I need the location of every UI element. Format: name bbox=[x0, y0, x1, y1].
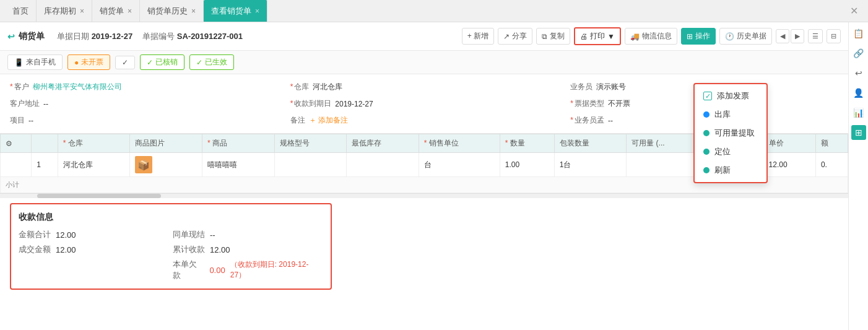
close-history-icon[interactable]: × bbox=[191, 7, 196, 15]
available-qty-item[interactable]: 可用量提取 bbox=[695, 124, 766, 142]
add-invoice-item[interactable]: ✓ 添加发票 bbox=[695, 87, 766, 105]
teal-dot-icon3 bbox=[703, 167, 710, 173]
share-icon: ↗ bbox=[503, 32, 510, 41]
print-icon: 🖨 bbox=[580, 32, 588, 41]
tab-view-sales[interactable]: 查看销货单 × bbox=[204, 0, 267, 22]
sidebar-doc-icon[interactable]: 📋 bbox=[851, 26, 866, 41]
blue-dot-icon bbox=[703, 111, 710, 118]
horizontal-scrollbar[interactable] bbox=[0, 193, 848, 198]
image-col: 商品图片 bbox=[130, 134, 202, 153]
print-button[interactable]: 🖨 打印 ▼ bbox=[574, 27, 621, 45]
sidebar-chart-icon[interactable]: 📊 bbox=[851, 105, 866, 120]
owe-row: 本单欠款 0.00 （收款到期日: 2019-12-27） bbox=[173, 259, 323, 281]
deal-amount-row: 成交金额 12.00 bbox=[19, 244, 169, 255]
tab-bar: 首页 库存期初 × 销货单 × 销货单历史 × 查看销货单 × ✕ bbox=[0, 0, 868, 22]
ticket-icon: ● bbox=[74, 58, 79, 67]
customer-field: *客户 柳州粤港平安气体有限公司 bbox=[10, 82, 278, 92]
total-row: 金额合计 12.00 bbox=[19, 229, 169, 240]
warehouse-field: *仓库 河北仓库 bbox=[290, 82, 558, 92]
project-field: 项目 -- bbox=[10, 115, 278, 126]
list-view-button[interactable]: ⊟ bbox=[827, 29, 841, 43]
sidebar-return-icon[interactable]: ↩ bbox=[851, 66, 866, 80]
spec-col: 规格型号 bbox=[274, 134, 347, 153]
doc-title-icon: ↩ bbox=[7, 32, 15, 41]
add-note-icon: ＋ bbox=[309, 116, 316, 124]
close-sales-icon[interactable]: × bbox=[128, 7, 132, 15]
pack-qty-col: 包装数量 bbox=[554, 134, 627, 153]
add-button[interactable]: + 新增 bbox=[462, 28, 494, 45]
sidebar-grid-icon[interactable]: ⊞ bbox=[851, 125, 866, 140]
checkbox-icon: ✓ bbox=[703, 92, 712, 100]
quantity-col: 数量 bbox=[500, 134, 554, 153]
outbound-item[interactable]: 出库 bbox=[695, 105, 766, 124]
operate-dropdown: ✓ 添加发票 出库 可用量提取 定位 刷新 bbox=[693, 83, 768, 183]
sidebar-user-icon[interactable]: 👤 bbox=[851, 85, 866, 100]
not-open-button[interactable]: ● 未开票 bbox=[67, 54, 110, 70]
index-col bbox=[32, 134, 58, 153]
payment-section: 收款信息 金额合计 12.00 成交金额 12.00 同单现结 -- bbox=[10, 203, 332, 290]
unit-col: 销售单位 bbox=[419, 134, 500, 153]
payment-title: 收款信息 bbox=[19, 212, 323, 223]
tab-inventory-init[interactable]: 库存期初 × bbox=[37, 0, 92, 22]
truck-icon: 🚚 bbox=[630, 32, 640, 41]
tab-sales-history[interactable]: 销货单历史 × bbox=[140, 0, 204, 22]
product-image: 📦 bbox=[135, 156, 152, 173]
next-button[interactable]: ▶ bbox=[791, 29, 804, 43]
same-bill-row: 同单现结 -- bbox=[173, 229, 323, 240]
tab-sales-order[interactable]: 销货单 × bbox=[92, 0, 140, 22]
operate-button[interactable]: ⊞ 操作 bbox=[681, 28, 716, 45]
mobile-icon: 📱 bbox=[14, 58, 24, 67]
warehouse-col: 仓库 bbox=[58, 134, 130, 153]
product-col: 商品 bbox=[202, 134, 274, 153]
copy-button[interactable]: ⧉ 复制 bbox=[536, 28, 570, 45]
close-view-icon[interactable]: × bbox=[255, 7, 259, 15]
refresh-item[interactable]: 刷新 bbox=[695, 161, 766, 180]
sidebar-link-icon[interactable]: 🔗 bbox=[851, 46, 866, 61]
prev-button[interactable]: ◀ bbox=[776, 29, 789, 43]
teal-dot-icon bbox=[703, 130, 710, 136]
doc-meta: 单据日期 2019-12-27 单据编号 SA-20191227-001 bbox=[57, 31, 243, 42]
window-close-button[interactable]: ✕ bbox=[845, 5, 863, 17]
right-sidebar: 📋 🔗 ↩ 👤 📊 ⊞ bbox=[848, 22, 868, 330]
cumulative-row: 累计收款 12.00 bbox=[173, 244, 323, 255]
min-stock-col: 最低库存 bbox=[347, 134, 419, 153]
history-icon: 🕐 bbox=[725, 32, 734, 41]
unit-price-col: 单价 bbox=[763, 134, 815, 153]
tab-home[interactable]: 首页 bbox=[5, 0, 37, 22]
effective-button[interactable]: ✓ 已生效 bbox=[189, 54, 234, 70]
teal-dot-icon2 bbox=[703, 149, 710, 155]
operate-icon: ⊞ bbox=[687, 32, 693, 41]
amount-col: 额 bbox=[815, 134, 848, 153]
due-date-field: *收款到期日 2019-12-27 bbox=[290, 98, 558, 109]
logistics-button[interactable]: 🚚 物流信息 bbox=[625, 28, 677, 45]
copy-icon: ⧉ bbox=[542, 32, 547, 41]
history-button[interactable]: 🕐 历史单据 bbox=[719, 28, 772, 45]
print-dropdown-icon: ▼ bbox=[607, 32, 615, 41]
sub-toolbar: 📱 来自手机 ● 未开票 ✓ ✓ 已核销 ✓ 已生效 bbox=[0, 51, 848, 74]
share-button[interactable]: ↗ 分享 bbox=[498, 28, 532, 45]
confirm-button[interactable]: ✓ bbox=[115, 56, 135, 69]
toolbar: + 新增 ↗ 分享 ⧉ 复制 🖨 打印 ▼ 🚚 物流信息 bbox=[462, 27, 841, 45]
effective-icon: ✓ bbox=[196, 58, 202, 67]
doc-header: ↩ 销货单 单据日期 2019-12-27 单据编号 SA-20191227-0… bbox=[0, 22, 848, 51]
close-inventory-icon[interactable]: × bbox=[80, 7, 84, 15]
check-icon: ✓ bbox=[147, 58, 153, 67]
address-field: 客户地址 -- bbox=[10, 98, 278, 109]
mobile-button[interactable]: 📱 来自手机 bbox=[7, 54, 63, 70]
settings-col[interactable]: ⚙ bbox=[1, 134, 32, 153]
note-field: 备注 ＋ 添加备注 bbox=[290, 115, 558, 126]
checked-button[interactable]: ✓ 已核销 bbox=[140, 54, 184, 70]
nav-arrows: ◀ ▶ bbox=[776, 29, 804, 43]
grid-view-button[interactable]: ☰ bbox=[808, 29, 823, 43]
doc-title: ↩ 销货单 bbox=[7, 31, 45, 42]
locate-item[interactable]: 定位 bbox=[695, 142, 766, 161]
